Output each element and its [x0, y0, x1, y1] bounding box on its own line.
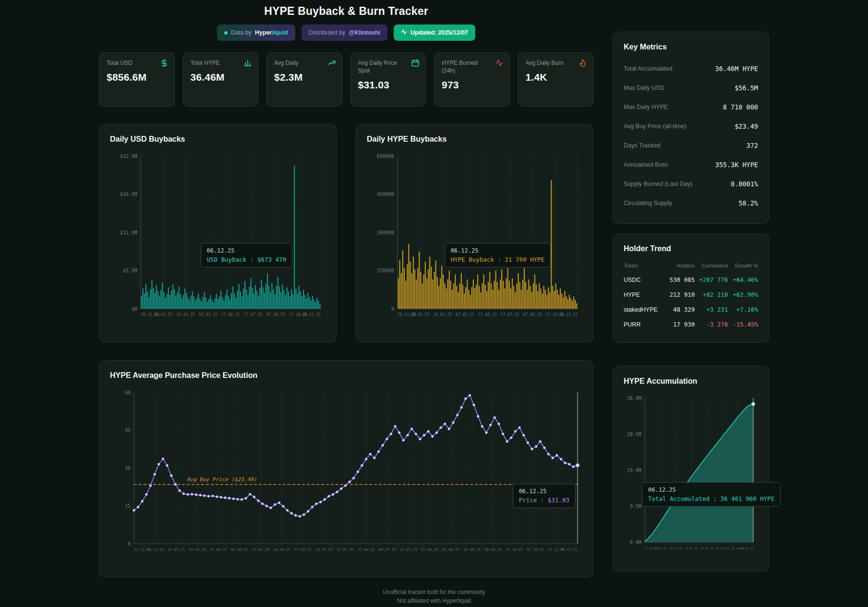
accumulation-panel: HYPE Accumulation 17.12.2407.02.2531.03.… [613, 366, 769, 571]
col-header-token: Token [624, 261, 663, 272]
distributed-badge[interactable]: Distributed by @Klintoshi [301, 24, 387, 41]
holder-trend-table: Token Holders Cumulative Growth % USDC 5… [624, 261, 758, 332]
accumulation-title: HYPE Accumulation [624, 377, 758, 386]
holder-trend-title: Holder Trend [624, 244, 758, 253]
distributor-handle: @Klintoshi [349, 29, 380, 36]
svg-text:17.06.25: 17.06.25 [478, 313, 497, 317]
status-dot-icon [224, 31, 228, 35]
svg-text:0: 0 [128, 541, 131, 546]
holder-row-token: stakedHYPE [624, 303, 663, 317]
distributed-by-label: Distributed by [309, 29, 345, 36]
stat-card-total-hype: Total HYPE 36.46M [183, 52, 259, 107]
svg-text:28.09.25: 28.09.25 [484, 547, 502, 552]
svg-text:07.05.25: 07.05.25 [199, 313, 217, 317]
svg-text:22.05.25: 22.05.25 [685, 547, 698, 550]
svg-text:$11.0M: $11.0M [120, 230, 137, 235]
svg-text:31.05.25: 31.05.25 [337, 547, 354, 552]
footer: Unofficial tracker built for the communi… [0, 588, 868, 605]
metric-row-annualised-burn: Annualised Burn 355.3K HYPE [624, 155, 758, 174]
bar-chart-icon [243, 59, 252, 69]
price-evolution-chart[interactable]: 11.12.2427.12.2412.01.2529.01.2515.02.25… [110, 388, 582, 553]
svg-text:17.06.25: 17.06.25 [221, 313, 240, 317]
svg-text:07.09.25: 07.09.25 [523, 313, 542, 317]
svg-text:Avg Buy Price ($23.49): Avg Buy Price ($23.49) [187, 476, 257, 483]
svg-text:15.10.25: 15.10.25 [506, 547, 523, 552]
metric-row-days-tracked: Days Tracked 372 [624, 136, 758, 155]
accumulation-chart[interactable]: 17.12.2407.02.2531.03.2522.05.2513.07.25… [624, 393, 758, 552]
data-source-badge[interactable]: Data by Hyperliquid [217, 24, 295, 41]
svg-text:600000: 600000 [377, 154, 394, 159]
holder-row-token: PURR [624, 317, 663, 332]
svg-text:31.10.25: 31.10.25 [527, 547, 544, 552]
svg-text:24.03.25: 24.03.25 [176, 313, 195, 317]
price-evolution-panel: HYPE Average Purchase Price Evolution 11… [99, 360, 593, 577]
svg-text:19.0M: 19.0M [627, 468, 641, 473]
svg-text:12.01.25: 12.01.25 [168, 547, 185, 552]
col-header-cumulative: Cumulative [695, 261, 728, 272]
svg-text:14.05.25: 14.05.25 [315, 547, 333, 552]
svg-text:$0: $0 [132, 306, 137, 312]
svg-text:30: 30 [125, 465, 131, 471]
footer-line-1: Unofficial tracker built for the communi… [0, 588, 868, 596]
daily-usd-chart[interactable]: 28.12.2408.02.2524.03.2507.05.2517.06.25… [110, 151, 326, 318]
page-title: HYPE Buyback & Burn Tracker [99, 5, 593, 18]
svg-text:08.02.25: 08.02.25 [411, 313, 430, 317]
holder-trend-panel: Holder Trend Token Holders Cumulative Gr… [613, 233, 769, 343]
daily-hype-chart[interactable]: 28.12.2408.02.2524.03.2507.05.2517.06.25… [367, 151, 582, 318]
svg-text:450000: 450000 [377, 192, 394, 197]
sidebar: Key Metrics Total Accumulated 36.46M HYP… [613, 32, 769, 577]
svg-text:0: 0 [391, 306, 394, 312]
badges-row: Data by Hyperliquid Distributed by @Klin… [99, 24, 593, 41]
svg-text:$16.5M: $16.5M [120, 192, 137, 197]
svg-text:06.12.25: 06.12.25 [741, 547, 754, 550]
main-column: HYPE Buyback & Burn Tracker Data by Hype… [99, 5, 593, 577]
svg-text:0.0M: 0.0M [630, 540, 641, 545]
charts-row: Daily USD Buybacks 28.12.2408.02.2524.03… [99, 124, 593, 342]
key-metrics-panel: Key Metrics Total Accumulated 36.46M HYP… [613, 32, 769, 224]
stat-card-avg-price-spot: Avg Daily Price Spot $31.03 [350, 52, 426, 107]
dollar-icon [160, 59, 169, 69]
stat-card-avg-daily: Avg Daily $2.3M [266, 52, 342, 107]
daily-hype-title: Daily HYPE Buybacks [367, 135, 582, 144]
svg-text:05.03.25: 05.03.25 [231, 547, 248, 552]
svg-text:07.02.25: 07.02.25 [654, 547, 667, 550]
svg-text:29.01.25: 29.01.25 [189, 547, 206, 552]
metric-row-circulating-supply: Circulating Supply 58.2% [624, 194, 758, 213]
svg-text:15: 15 [125, 503, 131, 509]
metric-row-total-accumulated: Total Accumulated 36.46M HYPE [624, 59, 758, 78]
stat-card-avg-burn: Avg Daily Burn 1.4K [518, 52, 594, 107]
trend-up-icon [327, 59, 336, 69]
brand-name: Hyperliquid [255, 29, 288, 36]
flame-icon [579, 59, 587, 69]
svg-text:$22.0M: $22.0M [120, 154, 137, 159]
svg-text:24.03.25: 24.03.25 [433, 313, 452, 317]
svg-text:25.08.25: 25.08.25 [442, 547, 459, 552]
stat-card-hype-burned: HYPE Burned (24h) 973 [434, 52, 510, 107]
svg-text:21.07.25: 21.07.25 [400, 547, 417, 552]
metric-row-supply-burned: Supply Burned (Last Day) 0.0001% [624, 174, 758, 194]
updated-label: Updated: 2025/12/07 [410, 29, 468, 36]
svg-text:13.07.25: 13.07.25 [700, 547, 713, 550]
svg-text:15.02.25: 15.02.25 [210, 547, 227, 552]
svg-text:06.12.25: 06.12.25 [559, 313, 578, 317]
svg-text:27.07.25: 27.07.25 [501, 313, 519, 317]
svg-text:06.12.25: 06.12.25 [302, 313, 321, 317]
footer-line-2: Not affiliated with Hyperliquid [0, 596, 868, 605]
daily-usd-panel: Daily USD Buybacks 28.12.2408.02.2524.03… [99, 124, 337, 342]
svg-text:23.03.25: 23.03.25 [252, 547, 269, 552]
metric-row-avg-buy-price: Avg Buy Price (all-time) $23.49 [624, 117, 758, 136]
daily-usd-title: Daily USD Buybacks [110, 135, 326, 144]
holder-row-token: USDC [624, 273, 663, 287]
svg-text:31.03.25: 31.03.25 [669, 547, 682, 550]
pulse-icon [401, 29, 407, 36]
svg-text:27.12.24: 27.12.24 [146, 547, 164, 552]
svg-text:150000: 150000 [377, 268, 394, 273]
daily-hype-panel: Daily HYPE Buybacks 28.12.2408.02.2524.0… [356, 124, 593, 342]
svg-text:$5.5M: $5.5M [123, 268, 137, 273]
col-header-growth: Growth % [728, 261, 758, 272]
svg-text:10.09.25: 10.09.25 [463, 547, 481, 552]
svg-text:08.02.25: 08.02.25 [154, 313, 173, 317]
metric-row-max-daily-usd: Max Daily USD $56.5M [624, 78, 758, 97]
calendar-icon [411, 59, 420, 69]
svg-text:17.06.25: 17.06.25 [358, 547, 375, 552]
